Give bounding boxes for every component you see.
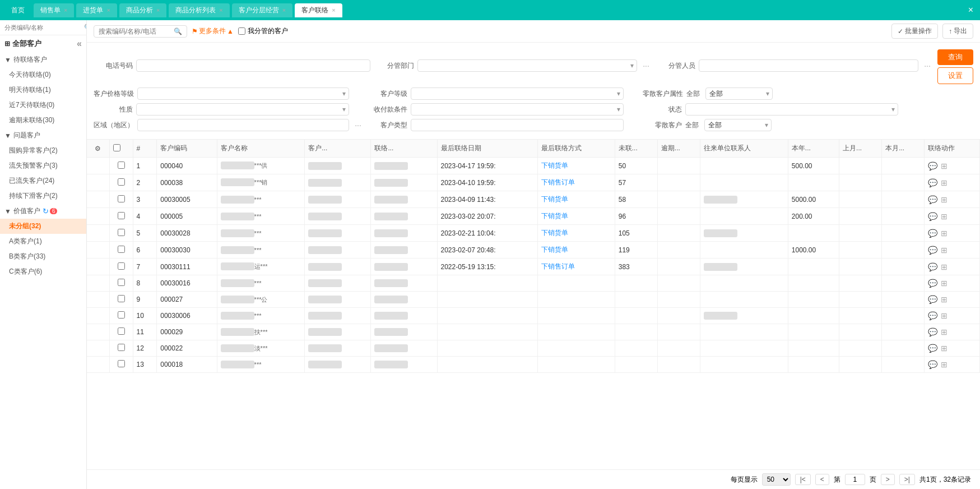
close-all-button[interactable]: ×: [966, 3, 976, 17]
sidebar-item-7days[interactable]: 近7天待联络(0): [0, 98, 86, 113]
grid-action-icon[interactable]: ⊞: [941, 311, 948, 320]
row-checkbox[interactable]: [118, 212, 125, 219]
th-type[interactable]: 客户...: [305, 140, 371, 158]
row-checkbox[interactable]: [118, 327, 125, 335]
all-customers-header[interactable]: ⊞ 全部客户 «: [0, 35, 86, 52]
td-checkbox[interactable]: [109, 174, 133, 191]
td-checkbox[interactable]: [109, 259, 133, 275]
per-page-select[interactable]: 50 100: [762, 473, 791, 486]
sidebar-item-ungrouped[interactable]: 未分组(32): [0, 219, 86, 234]
th-last-contact-date[interactable]: 最后联络日期: [437, 140, 538, 158]
sidebar-item-declining[interactable]: 持续下滑客户(2): [0, 188, 86, 204]
td-checkbox[interactable]: [109, 292, 133, 308]
page-input[interactable]: [845, 474, 865, 485]
sidebar-group-value[interactable]: ▼ 价值客户 ↻ 6: [0, 204, 86, 219]
tab-goods-list[interactable]: 商品分析列表 ×: [169, 3, 229, 17]
td-checkbox[interactable]: [109, 242, 133, 259]
td-last-contact-way[interactable]: 下销货单: [538, 191, 615, 208]
row-checkbox[interactable]: [118, 295, 125, 302]
chat-icon[interactable]: 💬: [928, 162, 937, 170]
th-this-month[interactable]: 本月...: [882, 140, 925, 158]
search-button[interactable]: 查询: [937, 49, 973, 65]
tab-purchase[interactable]: 进货单 ×: [76, 3, 117, 17]
td-checkbox[interactable]: [109, 208, 133, 225]
sidebar-item-churn-warn[interactable]: 流失预警客户(3): [0, 158, 86, 173]
retail-select[interactable]: 全部: [704, 119, 772, 131]
th-gear[interactable]: ⚙: [87, 140, 109, 158]
chat-icon[interactable]: 💬: [928, 311, 937, 320]
reset-button[interactable]: 设置: [937, 67, 973, 84]
sidebar-group-pending[interactable]: ▼ 待联络客户: [0, 52, 86, 67]
row-checkbox[interactable]: [118, 162, 125, 169]
grid-action-icon[interactable]: ⊞: [941, 162, 948, 170]
tab-sales[interactable]: 销售单 ×: [34, 3, 74, 17]
th-checkbox[interactable]: [109, 140, 133, 158]
sidebar-item-churned[interactable]: 已流失客户(24): [0, 173, 86, 188]
more-conditions-btn[interactable]: ⚑ 更多条件 ▲: [192, 26, 234, 36]
payment-select[interactable]: [411, 103, 624, 116]
td-checkbox[interactable]: [109, 225, 133, 242]
sidebar-item-tomorrow[interactable]: 明天待联络(1): [0, 82, 86, 98]
chat-icon[interactable]: 💬: [928, 344, 937, 353]
row-checkbox[interactable]: [118, 229, 125, 236]
grid-action-icon[interactable]: ⊞: [941, 279, 948, 288]
region-dots[interactable]: ···: [352, 121, 364, 130]
td-last-contact-way[interactable]: 下销货单: [538, 208, 615, 225]
region-input[interactable]: [137, 119, 349, 131]
th-name[interactable]: 客户名称: [217, 140, 305, 158]
search-icon[interactable]: 🔍: [174, 27, 182, 35]
tab-customer-layer[interactable]: 客户分层经营 ×: [232, 3, 292, 17]
th-last-contact-way[interactable]: 最后联络方式: [538, 140, 615, 158]
export-button[interactable]: ↑ 导出: [942, 24, 973, 39]
chat-icon[interactable]: 💬: [928, 327, 937, 336]
grid-action-icon[interactable]: ⊞: [941, 212, 948, 221]
sidebar-item-class-c[interactable]: C类客户(6): [0, 264, 86, 279]
chat-icon[interactable]: 💬: [928, 360, 937, 369]
sidebar-group-problem[interactable]: ▼ 问题客户: [0, 128, 86, 143]
status-select[interactable]: [685, 103, 898, 116]
grid-action-icon[interactable]: ⊞: [941, 360, 948, 369]
sidebar-item-class-a[interactable]: A类客户(1): [0, 234, 86, 249]
batch-op-button[interactable]: ✓ 批量操作: [891, 24, 938, 39]
ctype-input[interactable]: [411, 119, 624, 131]
level-select[interactable]: [411, 87, 624, 100]
grid-action-icon[interactable]: ⊞: [941, 295, 948, 304]
tab-goods-list-close[interactable]: ×: [219, 7, 222, 13]
grid-action-icon[interactable]: ⊞: [941, 344, 948, 353]
my-customers-checkbox[interactable]: 我分管的客户: [238, 26, 288, 36]
nature-select[interactable]: [136, 103, 349, 116]
chat-icon[interactable]: 💬: [928, 295, 937, 304]
th-last-month[interactable]: 上月...: [839, 140, 882, 158]
contact-way-link[interactable]: 下销货单: [541, 229, 568, 237]
manager-dots[interactable]: ···: [922, 61, 933, 70]
row-checkbox[interactable]: [118, 279, 125, 286]
chat-icon[interactable]: 💬: [928, 279, 937, 288]
my-customers-check-input[interactable]: [238, 27, 245, 35]
chat-icon[interactable]: 💬: [928, 178, 937, 187]
prev-page-btn[interactable]: <: [815, 474, 829, 485]
row-checkbox[interactable]: [118, 360, 125, 367]
next-page-btn[interactable]: >: [881, 474, 895, 485]
chat-icon[interactable]: 💬: [928, 195, 937, 204]
td-last-contact-way[interactable]: 下销货单: [538, 242, 615, 259]
manager-input[interactable]: [699, 59, 918, 72]
row-checkbox[interactable]: [118, 178, 125, 186]
sidebar-item-today[interactable]: 今天待联络(0): [0, 67, 86, 82]
tab-customer-layer-close[interactable]: ×: [282, 7, 286, 13]
td-last-contact-way[interactable]: 下销售订单: [538, 174, 615, 191]
td-checkbox[interactable]: [109, 357, 133, 373]
tab-goods-analysis-close[interactable]: ×: [156, 7, 160, 13]
row-checkbox[interactable]: [118, 344, 125, 351]
tab-goods-analysis[interactable]: 商品分析 ×: [119, 3, 166, 17]
chat-icon[interactable]: 💬: [928, 212, 937, 221]
td-checkbox[interactable]: [109, 324, 133, 340]
td-checkbox[interactable]: [109, 191, 133, 208]
row-checkbox[interactable]: [118, 195, 125, 202]
chat-icon[interactable]: 💬: [928, 229, 937, 238]
retail-attr-select[interactable]: 全部: [705, 87, 773, 100]
grid-action-icon[interactable]: ⊞: [941, 195, 948, 204]
phone-input[interactable]: [136, 59, 370, 72]
sidebar-search-input[interactable]: [4, 24, 82, 31]
dept-select[interactable]: [417, 59, 637, 72]
th-not-contacted[interactable]: 未联...: [615, 140, 657, 158]
